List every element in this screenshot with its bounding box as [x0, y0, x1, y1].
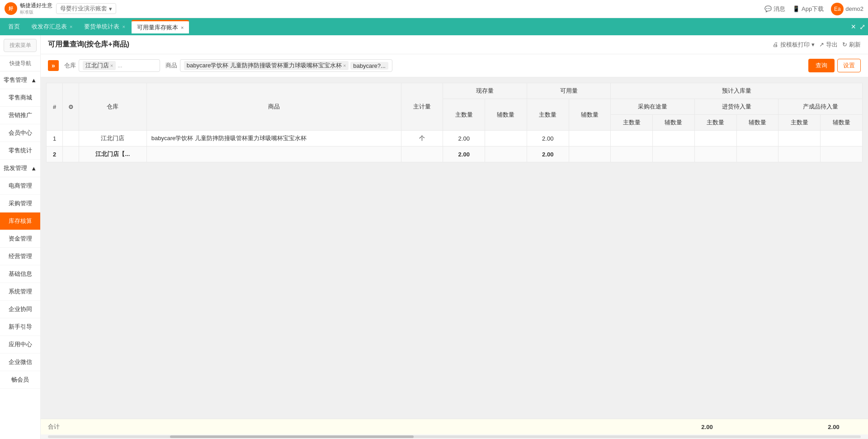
sidebar-item-wechat-work-label: 企业微信	[9, 358, 32, 366]
warehouse-tag-jiangbei-label: 江北门店	[85, 61, 109, 70]
industry-select[interactable]: 母婴行业演示账套 ▾	[56, 3, 116, 14]
product-tags[interactable]: babycare学饮杯 儿童防摔防撞吸管杯重力球吸嘴杯宝宝水杯 × babyca…	[180, 59, 392, 72]
th-unit: 主计量	[401, 83, 443, 131]
th-no: #	[47, 83, 63, 131]
horizontal-scrollbar[interactable]	[41, 434, 868, 439]
table-footer: 合计 2.00 2.00	[41, 419, 868, 434]
th-available-sub: 辅数量	[569, 99, 611, 131]
tab-order-statistics-label: 要货单统计表	[84, 23, 119, 31]
warehouse-filter-label: 仓库	[64, 61, 76, 70]
export-icon: ↗	[819, 41, 824, 48]
row1-inbound-sub	[736, 131, 778, 146]
avatar: Ea	[831, 3, 844, 15]
sidebar-item-app-center-label: 应用中心	[9, 340, 32, 349]
main-layout: 搜索菜单 快捷导航 零售管理 ▲ 零售商城 营销推广 会员中心 零售统计 批发管…	[0, 35, 868, 439]
table-container: # ⚙ 仓库 商品 主计量 现存量 可用量 预计入库量 主数量 辅数量 主数量 …	[41, 77, 868, 419]
sidebar-item-system-label: 系统管理	[9, 288, 32, 296]
sidebar-item-retail-management[interactable]: 零售管理 ▲	[0, 71, 40, 89]
row1-purchase-transit-sub	[653, 131, 695, 146]
user-label: demo2	[845, 5, 863, 12]
tab-receive-summary[interactable]: 收发存汇总表 ×	[26, 20, 78, 33]
row1-inbound-main	[694, 131, 736, 146]
sidebar-item-operations[interactable]: 经营管理	[0, 248, 40, 265]
message-icon: 💬	[764, 5, 772, 12]
footer-current-main-total: 2.00	[680, 424, 734, 430]
sidebar-search-area: 搜索菜单	[0, 35, 40, 56]
th-inbound-sub: 辅数量	[736, 115, 778, 131]
sidebar-item-retail-stats[interactable]: 零售统计	[0, 142, 40, 160]
scroll-thumb[interactable]	[170, 435, 414, 438]
th-warehouse: 仓库	[79, 83, 147, 131]
refresh-action[interactable]: ↻ 刷新	[842, 41, 861, 49]
row2-production-main	[778, 146, 821, 162]
sidebar-item-inventory[interactable]: 库存核算	[0, 212, 40, 230]
search-menu-btn[interactable]: 搜索菜单	[4, 39, 37, 52]
tab-home[interactable]: 首页	[3, 20, 25, 33]
user-action[interactable]: Ea demo2	[831, 3, 863, 15]
sidebar-item-newbie-guide[interactable]: 新手引导	[0, 318, 40, 336]
sidebar-item-enterprise-collab[interactable]: 企业协同	[0, 301, 40, 318]
sidebar-item-finance[interactable]: 资金管理	[0, 230, 40, 248]
settings-button[interactable]: 设置	[837, 59, 861, 72]
expand-filter-btn[interactable]: »	[48, 60, 59, 71]
sidebar-item-wholesale[interactable]: 批发管理 ▲	[0, 160, 40, 177]
sidebar-item-members[interactable]: 会员中心	[0, 124, 40, 142]
sidebar-item-finance-label: 资金管理	[9, 235, 32, 243]
sidebar-item-inventory-label: 库存核算	[9, 217, 32, 225]
row2-no: 2	[47, 146, 63, 162]
row1-product: babycare学饮杯 儿童防摔防撞吸管杯重力球吸嘴杯宝宝水杯	[146, 131, 401, 146]
print-action[interactable]: 🖨 按模板打印 ▾	[773, 41, 815, 49]
tab-available-stock[interactable]: 可用量库存账本 ×	[132, 20, 189, 33]
page-title: 可用量查询(按仓库+商品)	[48, 40, 129, 49]
warehouse-tag-jiangbei: 江北门店 ×	[83, 61, 116, 70]
export-action[interactable]: ↗ 导出	[819, 41, 838, 49]
row1-settings	[63, 131, 79, 146]
logo-text-area: 畅捷通好生意 标准版	[20, 2, 52, 15]
close-all-icon[interactable]: ×	[851, 22, 856, 32]
th-settings[interactable]: ⚙	[63, 83, 79, 131]
row2-unit	[401, 146, 443, 162]
tab-order-statistics-close[interactable]: ×	[122, 24, 125, 29]
th-available: 可用量	[527, 83, 611, 99]
tab-order-statistics[interactable]: 要货单统计表 ×	[79, 20, 130, 33]
message-label: 消息	[774, 5, 785, 13]
row2-production-sub	[821, 146, 863, 162]
sidebar-item-system[interactable]: 系统管理	[0, 283, 40, 301]
sidebar-item-member-club[interactable]: 畅会员	[0, 371, 40, 389]
row2-available-main: 2.00	[527, 146, 569, 162]
sidebar-item-retail-mall[interactable]: 零售商城	[0, 89, 40, 107]
th-planned-in: 预计入库量	[611, 83, 863, 99]
footer-label: 合计	[48, 423, 60, 431]
sidebar-item-purchase-label: 采购管理	[9, 199, 32, 208]
message-action[interactable]: 💬 消息	[764, 5, 785, 13]
warehouse-more[interactable]: ...	[118, 62, 122, 69]
th-available-main: 主数量	[527, 99, 569, 131]
warehouse-filter-group: 仓库 江北门店 × ...	[64, 59, 160, 72]
sidebar-item-app-center[interactable]: 应用中心	[0, 336, 40, 354]
page-actions: 🖨 按模板打印 ▾ ↗ 导出 ↻ 刷新	[773, 41, 861, 49]
sidebar-item-marketing[interactable]: 营销推广	[0, 107, 40, 124]
sidebar-item-purchase[interactable]: 采购管理	[0, 195, 40, 212]
warehouse-tag-jiangbei-remove[interactable]: ×	[110, 63, 113, 68]
tab-receive-summary-label: 收发存汇总表	[32, 23, 67, 31]
app-icon: 📱	[793, 5, 800, 12]
chevron-icon-2: ▲	[31, 165, 37, 172]
query-button[interactable]: 查询	[808, 59, 835, 72]
chevron-icon: ▲	[31, 77, 37, 84]
row2-product	[146, 146, 401, 162]
sidebar-item-ecommerce[interactable]: 电商管理	[0, 177, 40, 195]
sidebar-item-basic-info[interactable]: 基础信息	[0, 265, 40, 283]
content-area: 可用量查询(按仓库+商品) 🖨 按模板打印 ▾ ↗ 导出 ↻ 刷新 »	[41, 35, 868, 439]
fullscreen-icon[interactable]: ⤢	[859, 23, 865, 31]
th-inbound-pending: 进货待入量	[694, 99, 778, 115]
warehouse-tags[interactable]: 江北门店 × ...	[79, 59, 160, 72]
quick-nav-btn[interactable]: 快捷导航	[0, 56, 40, 71]
product-tag-babycare: babycare学饮杯 儿童防摔防撞吸管杯重力球吸嘴杯宝宝水杯 ×	[184, 61, 349, 70]
row1-production-main	[778, 131, 821, 146]
tab-available-stock-close[interactable]: ×	[181, 25, 184, 30]
sidebar-item-wechat-work[interactable]: 企业微信	[0, 354, 40, 371]
tab-receive-summary-close[interactable]: ×	[70, 24, 72, 29]
app-download-action[interactable]: 📱 App下载	[793, 5, 824, 13]
product-tag-babycare-remove[interactable]: ×	[343, 63, 346, 68]
refresh-icon: ↻	[842, 41, 847, 48]
